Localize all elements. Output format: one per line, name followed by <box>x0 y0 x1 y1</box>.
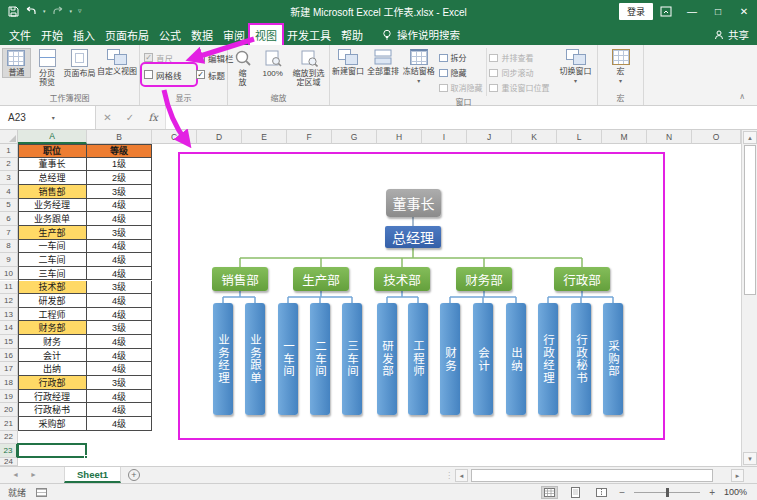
column-header-N[interactable]: N <box>647 130 692 144</box>
row-header-12[interactable]: 12 <box>0 294 18 308</box>
cell-A9[interactable]: 二车间 <box>18 253 87 267</box>
close-button[interactable]: ✕ <box>731 0 757 22</box>
row-header-2[interactable]: 2 <box>0 158 18 172</box>
column-header-J[interactable]: J <box>467 130 512 144</box>
cell-A8[interactable]: 一车间 <box>18 240 87 254</box>
fill-handle[interactable] <box>84 455 88 459</box>
row-header-10[interactable]: 10 <box>0 267 18 281</box>
cell-B14[interactable]: 3级 <box>87 321 152 335</box>
cell-B4[interactable]: 3级 <box>87 185 152 199</box>
row-header-23[interactable]: 23 <box>0 444 18 458</box>
column-header-O[interactable]: O <box>692 130 741 144</box>
normal-view-status-icon[interactable] <box>541 486 558 499</box>
collapse-ribbon-icon[interactable]: ∧ <box>739 92 745 101</box>
cell-B1[interactable]: 等级 <box>87 144 152 158</box>
cell-A21[interactable]: 采购部 <box>18 417 87 431</box>
row-header-17[interactable]: 17 <box>0 362 18 376</box>
column-header-F[interactable]: F <box>287 130 332 144</box>
org-leaf-box-6[interactable]: 研发部 <box>377 303 397 415</box>
cell-A5[interactable]: 业务经理 <box>18 199 87 213</box>
switch-windows-button[interactable]: 切换窗口 ▾ <box>556 48 595 84</box>
org-leaf-box-12[interactable]: 行政秘书 <box>571 303 591 415</box>
cell-B7[interactable]: 3级 <box>87 226 152 240</box>
row-header-7[interactable]: 7 <box>0 226 18 240</box>
page-break-preview-button[interactable]: 分页预览 <box>32 48 63 87</box>
row-header-24[interactable]: 24 <box>0 458 18 466</box>
row-header-19[interactable]: 19 <box>0 390 18 404</box>
sheet-tab-active[interactable]: Sheet1 <box>64 467 121 483</box>
scroll-up-icon[interactable]: ▲ <box>743 131 757 144</box>
ribbon-tab-item[interactable]: 数据 <box>186 25 218 45</box>
selected-cell-A23[interactable] <box>17 443 87 458</box>
ribbon-tab-item[interactable]: 开始 <box>36 25 68 45</box>
cell-A12[interactable]: 研发部 <box>18 294 87 308</box>
macro-record-icon[interactable] <box>36 488 47 497</box>
org-dept-box-1[interactable]: 销售部 <box>212 267 268 291</box>
column-header-L[interactable]: L <box>557 130 602 144</box>
cell-B19[interactable]: 4级 <box>87 390 152 404</box>
row-header-14[interactable]: 14 <box>0 321 18 335</box>
row-header-5[interactable]: 5 <box>0 199 18 213</box>
ribbon-tab-item[interactable]: 公式 <box>154 25 186 45</box>
ribbon-tab-item[interactable]: 文件 <box>4 25 36 45</box>
cell-B16[interactable]: 4级 <box>87 349 152 363</box>
macros-button[interactable]: 宏 ▾ <box>606 48 636 84</box>
row-header-16[interactable]: 16 <box>0 349 18 363</box>
org-dept-box-2[interactable]: 生产部 <box>293 267 349 291</box>
org-leaf-box-7[interactable]: 工程师 <box>408 303 428 415</box>
row-header-13[interactable]: 13 <box>0 308 18 322</box>
cell-A14[interactable]: 财务部 <box>18 321 87 335</box>
new-window-button[interactable]: 新建窗口 <box>332 48 364 76</box>
scroll-left-icon[interactable]: ◄ <box>455 469 468 482</box>
zoom-out-icon[interactable]: − <box>619 487 625 498</box>
hide-button[interactable]: 隐藏 <box>439 65 483 80</box>
cell-A7[interactable]: 生产部 <box>18 226 87 240</box>
login-button[interactable]: 登录 <box>619 3 653 20</box>
cell-B8[interactable]: 4级 <box>87 240 152 254</box>
org-leaf-box-2[interactable]: 业务跟单 <box>245 303 265 415</box>
cell-B13[interactable]: 4级 <box>87 308 152 322</box>
row-header-9[interactable]: 9 <box>0 253 18 267</box>
unhide-button[interactable]: 取消隐藏 <box>439 80 483 95</box>
cell-B2[interactable]: 1级 <box>87 158 152 172</box>
cell-A3[interactable]: 总经理 <box>18 171 87 185</box>
redo-icon[interactable] <box>52 6 64 16</box>
ribbon-tab-selected[interactable]: 视图 <box>250 25 282 45</box>
column-header-E[interactable]: E <box>242 130 287 144</box>
row-header-8[interactable]: 8 <box>0 240 18 254</box>
cell-A15[interactable]: 财务 <box>18 335 87 349</box>
cell-A19[interactable]: 行政经理 <box>18 390 87 404</box>
org-leaf-box-5[interactable]: 三车间 <box>342 303 362 415</box>
select-all-corner[interactable] <box>0 130 18 144</box>
cancel-entry-icon[interactable]: ✕ <box>103 112 111 123</box>
org-leaf-box-8[interactable]: 财务 <box>440 303 460 415</box>
ruler-checkbox[interactable]: 直尺 <box>144 49 194 66</box>
column-header-A[interactable]: A <box>18 130 87 144</box>
horizontal-scroll-thumb[interactable] <box>471 469 713 482</box>
minimize-button[interactable]: — <box>679 0 705 22</box>
cell-A16[interactable]: 会计 <box>18 349 87 363</box>
tab-splitter-icon[interactable]: ⋮ <box>445 471 453 480</box>
column-header-I[interactable]: I <box>422 130 467 144</box>
vertical-scrollbar[interactable]: ▲ ▼ <box>741 130 757 466</box>
vertical-scroll-thumb[interactable] <box>744 145 756 295</box>
zoom-button[interactable]: 缩放 <box>230 48 255 87</box>
column-header-G[interactable]: G <box>332 130 377 144</box>
cell-B9[interactable]: 4级 <box>87 253 152 267</box>
row-header-18[interactable]: 18 <box>0 376 18 390</box>
cell-B21[interactable]: 4级 <box>87 417 152 431</box>
horizontal-scrollbar[interactable]: ⋮ ◄ ► <box>455 469 745 482</box>
zoom-in-icon[interactable]: + <box>709 487 715 498</box>
cell-B15[interactable]: 4级 <box>87 335 152 349</box>
ribbon-display-options-icon[interactable] <box>653 0 679 22</box>
maximize-button[interactable]: □ <box>705 0 731 22</box>
zoom-slider-thumb[interactable] <box>666 488 669 497</box>
cell-B18[interactable]: 3级 <box>87 376 152 390</box>
row-header-1[interactable]: 1 <box>0 144 18 158</box>
split-button[interactable]: 拆分 <box>439 50 483 65</box>
custom-views-button[interactable]: 自定义视图 <box>97 48 137 76</box>
cell-A2[interactable]: 董事长 <box>18 158 87 172</box>
ribbon-tab-item[interactable]: 帮助 <box>336 25 368 45</box>
arrange-all-button[interactable]: 全部重排 <box>367 48 399 76</box>
row-header-11[interactable]: 11 <box>0 281 18 295</box>
